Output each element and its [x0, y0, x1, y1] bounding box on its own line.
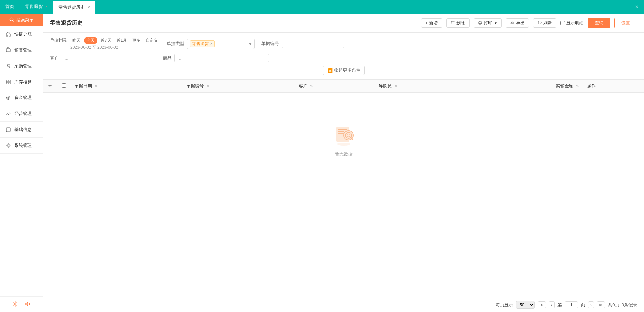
svg-rect-18 — [338, 131, 344, 132]
last-page-button[interactable]: ⊳ — [597, 301, 605, 308]
th-action: 操作 — [583, 80, 644, 93]
th-customer[interactable]: 客户 ⇅ — [294, 80, 375, 93]
export-button[interactable]: 导出 — [506, 18, 529, 28]
svg-line-1 — [13, 20, 14, 22]
shortcut-yesterday[interactable]: 昨天 — [70, 37, 82, 44]
goods-filter-group: 商品 — [163, 54, 269, 62]
refresh-icon — [538, 20, 542, 26]
sort-no-icon: ⇅ — [207, 84, 209, 88]
display-detail-label: 显示明细 — [560, 20, 584, 26]
svg-rect-17 — [338, 129, 347, 130]
th-checkbox[interactable] — [57, 80, 70, 93]
page-size-label: 每页显示 — [496, 302, 513, 308]
shortcut-1month[interactable]: 近1月 — [115, 37, 129, 44]
sidebar-item-basic-info[interactable]: 基础信息 — [0, 122, 43, 138]
shortcut-7days[interactable]: 近7天 — [99, 37, 113, 44]
svg-point-11 — [8, 145, 9, 146]
sidebar-item-inventory[interactable]: 库存核算 — [0, 74, 43, 90]
basic-info-icon — [5, 127, 11, 133]
home-icon — [5, 31, 11, 37]
delete-button[interactable]: 删除 — [446, 18, 470, 28]
filter-row-2: 客户 商品 — [50, 54, 637, 62]
print-icon — [478, 20, 482, 26]
svg-rect-5 — [6, 80, 8, 82]
sidebar-item-sales[interactable]: 销售管理 — [0, 42, 43, 58]
goods-input[interactable] — [174, 54, 269, 62]
display-detail-checkbox[interactable] — [560, 21, 565, 25]
type-tag-remove[interactable]: × — [210, 41, 212, 46]
select-all-checkbox[interactable] — [62, 83, 66, 88]
tab-home[interactable]: 首页 — [0, 0, 20, 14]
sidebar-item-quicknav[interactable]: 快捷导航 — [0, 26, 43, 42]
content-area: 零售退货历史 + 新增 删除 — [43, 14, 644, 312]
volume-icon[interactable] — [25, 301, 31, 308]
th-date[interactable]: 单据日期 ⇅ — [70, 80, 182, 93]
date-range-text: 2023-06-02 至 2023-06-02 — [70, 45, 160, 50]
page-header: 零售退货历史 + 新增 删除 — [43, 14, 644, 33]
svg-rect-8 — [9, 82, 10, 84]
settings-icon[interactable] — [12, 301, 18, 308]
table-head: 单据日期 ⇅ 单据编号 ⇅ 客户 ⇅ 导购员 ⇅ — [43, 80, 644, 93]
svg-point-3 — [8, 67, 8, 68]
th-no[interactable]: 单据编号 ⇅ — [182, 80, 294, 93]
collapse-button[interactable]: 🔼 收起更多条件 — [323, 66, 365, 75]
svg-rect-10 — [6, 128, 10, 132]
tab-retail-return-history[interactable]: 零售退货历史 × — [53, 1, 95, 14]
page-number-input[interactable] — [565, 301, 578, 308]
purchase-icon — [5, 63, 11, 69]
total-info: 共0页, 0条记录 — [608, 302, 637, 308]
prev-page-button[interactable]: ‹ — [549, 301, 555, 308]
shortcut-today[interactable]: 今天 — [84, 37, 97, 44]
delete-icon — [451, 20, 455, 26]
svg-point-14 — [49, 85, 51, 86]
sort-guide-icon: ⇅ — [395, 84, 397, 88]
svg-point-12 — [14, 303, 16, 305]
sidebar-item-purchase[interactable]: 采购管理 — [0, 58, 43, 74]
type-select[interactable]: 零售退货 × ▾ — [187, 39, 255, 49]
tab-close-retail-return[interactable]: × — [45, 4, 48, 9]
sort-date-icon: ⇅ — [95, 84, 97, 88]
customer-filter-group: 客户 — [50, 54, 156, 62]
type-select-arrow: ▾ — [249, 41, 252, 46]
order-no-input[interactable] — [282, 40, 344, 48]
type-label: 单据类型 — [167, 41, 184, 47]
empty-state-cell: 暂无数据 — [43, 93, 644, 184]
main-layout: 搜索菜单 快捷导航 销售管理 — [0, 14, 644, 312]
tab-close-retail-return-history[interactable]: × — [88, 5, 90, 10]
sidebar-search[interactable]: 搜索菜单 — [0, 14, 43, 26]
th-amount[interactable]: 实销金额 ⇅ — [471, 80, 583, 93]
first-page-button[interactable]: ⊲ — [538, 301, 546, 308]
svg-rect-2 — [6, 49, 10, 52]
sidebar-item-business[interactable]: 经营管理 — [0, 106, 43, 122]
order-no-filter-group: 单据编号 — [261, 40, 344, 48]
tab-list: 首页 零售退货 × 零售退货历史 × — [0, 0, 629, 14]
empty-state: 暂无数据 — [43, 93, 644, 184]
date-label: 单据日期 — [50, 37, 68, 43]
refresh-button[interactable]: 刷新 — [533, 18, 556, 28]
svg-point-15 — [337, 143, 351, 146]
th-settings[interactable] — [43, 80, 57, 93]
window-close-button[interactable]: × — [629, 3, 644, 10]
page-size-select[interactable]: 10 20 50 100 — [516, 301, 535, 309]
shortcut-more[interactable]: 更多 — [130, 37, 142, 44]
next-page-button[interactable]: › — [588, 301, 594, 308]
tab-retail-return[interactable]: 零售退货 × — [20, 0, 53, 14]
setting-button[interactable]: 设置 — [614, 18, 637, 28]
page-label: 第 — [557, 302, 562, 308]
shortcut-custom[interactable]: 自定义 — [144, 37, 160, 44]
type-filter-group: 单据类型 零售退货 × ▾ — [167, 39, 255, 49]
sidebar-item-finance[interactable]: 资金管理 — [0, 90, 43, 106]
svg-point-4 — [9, 67, 10, 68]
query-button[interactable]: 查询 — [588, 18, 610, 28]
empty-text: 暂无数据 — [335, 151, 353, 157]
date-shortcuts-group: 昨天 今天 近7天 近1月 更多 自定义 2023-06-02 至 2023-0… — [70, 37, 160, 50]
customer-input[interactable] — [62, 54, 156, 62]
page-unit: 页 — [581, 302, 585, 308]
th-guide[interactable]: 导购员 ⇅ — [375, 80, 471, 93]
new-button[interactable]: + 新增 — [421, 18, 442, 28]
sort-customer-icon: ⇅ — [310, 84, 313, 88]
sidebar-item-system[interactable]: 系统管理 — [0, 138, 43, 154]
empty-illustration — [330, 120, 357, 147]
print-button[interactable]: 打印 ▼ — [474, 18, 502, 28]
svg-rect-7 — [6, 82, 8, 84]
